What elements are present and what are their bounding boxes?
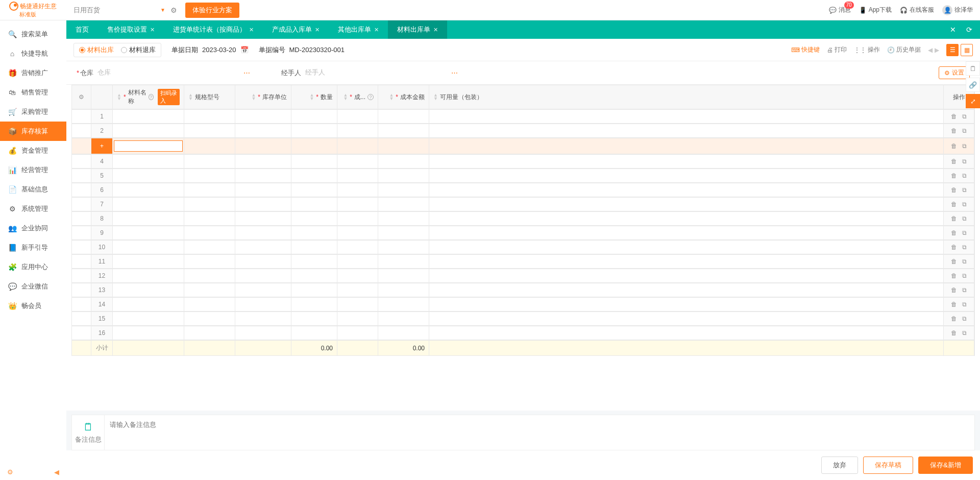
delete-row-icon[interactable]: 🗑 <box>951 301 957 308</box>
cell-material[interactable] <box>113 269 184 283</box>
col-cost-amt[interactable]: ▲▼*成本金额 <box>378 85 429 109</box>
help-icon[interactable]: ? <box>368 94 374 100</box>
copy-row-icon[interactable]: ⧉ <box>962 286 967 294</box>
cell-material[interactable] <box>113 226 184 240</box>
history-button[interactable]: 🕘 历史单据 <box>887 45 921 54</box>
cell-available[interactable] <box>429 241 944 254</box>
col-material[interactable]: ▲▼ *材料名称 ? 扫码录入 <box>113 85 184 109</box>
delete-row-icon[interactable]: 🗑 <box>951 172 957 179</box>
cell-cost-amt[interactable] <box>378 155 429 169</box>
radio-material-back[interactable]: 材料退库 <box>121 45 156 55</box>
copy-row-icon[interactable]: ⧉ <box>962 172 967 179</box>
cell-cost[interactable] <box>337 155 378 169</box>
cell-qty[interactable] <box>291 169 337 183</box>
support-button[interactable]: 🎧 在线客服 <box>900 6 934 14</box>
cell-cost-amt[interactable] <box>378 298 429 311</box>
cta-button[interactable]: 体验行业方案 <box>185 3 239 18</box>
cell-unit[interactable] <box>235 283 291 297</box>
cell-unit[interactable] <box>235 124 291 138</box>
cell-cost-amt[interactable] <box>378 198 429 211</box>
cell-unit[interactable] <box>235 212 291 226</box>
cell-qty[interactable] <box>291 110 337 124</box>
cell-cost-amt[interactable] <box>378 183 429 197</box>
app-download[interactable]: 📱 App下载 <box>859 6 892 14</box>
copy-row-icon[interactable]: ⧉ <box>962 229 967 236</box>
prev-icon[interactable]: ◀ <box>928 46 933 54</box>
cell-material[interactable] <box>113 326 184 340</box>
cell-available[interactable] <box>429 269 944 283</box>
cell-available[interactable] <box>429 124 944 138</box>
radio-material-out[interactable]: 材料出库 <box>79 45 114 55</box>
cell-spec[interactable] <box>184 326 235 340</box>
cell-qty[interactable] <box>291 183 337 197</box>
cell-qty[interactable] <box>291 283 337 297</box>
cell-qty[interactable] <box>291 138 337 154</box>
cell-cost[interactable] <box>337 241 378 254</box>
cell-unit[interactable] <box>235 241 291 254</box>
sidebar-item[interactable]: 🛒采购管理 <box>0 102 66 122</box>
tab[interactable]: 材料出库单✕ <box>388 20 447 39</box>
close-icon[interactable]: ✕ <box>374 27 379 33</box>
sidebar-settings-icon[interactable]: ⚙ <box>7 468 13 476</box>
close-icon[interactable]: ✕ <box>315 27 320 33</box>
sidebar-item[interactable]: 👥企业协同 <box>0 219 66 238</box>
cell-available[interactable] <box>429 255 944 269</box>
copy-row-icon[interactable]: ⧉ <box>962 315 967 322</box>
cell-cost-amt[interactable] <box>378 169 429 183</box>
cell-unit[interactable] <box>235 326 291 340</box>
copy-row-icon[interactable]: ⧉ <box>962 127 967 134</box>
cell-spec[interactable] <box>184 138 235 154</box>
close-icon[interactable]: ✕ <box>150 27 155 33</box>
cell-available[interactable] <box>429 169 944 183</box>
sidebar-item[interactable]: 👑畅会员 <box>0 296 66 316</box>
more-icon[interactable]: ⋯ <box>451 69 458 77</box>
delete-row-icon[interactable]: 🗑 <box>951 158 957 165</box>
cell-material[interactable] <box>113 298 184 311</box>
cell-qty[interactable] <box>291 155 337 169</box>
cell-cost-amt[interactable] <box>378 255 429 269</box>
copy-row-icon[interactable]: ⧉ <box>962 301 967 308</box>
cell-material[interactable] <box>113 198 184 211</box>
material-cell-input[interactable] <box>114 140 183 152</box>
cell-unit[interactable] <box>235 269 291 283</box>
copy-row-icon[interactable]: ⧉ <box>962 272 967 279</box>
cell-cost[interactable] <box>337 110 378 124</box>
tab[interactable]: 进货单统计表（按商品）✕ <box>164 20 263 39</box>
cell-unit[interactable] <box>235 198 291 211</box>
sidebar-item[interactable]: 💬企业微信 <box>0 277 66 296</box>
cell-spec[interactable] <box>184 198 235 211</box>
close-icon[interactable]: ✕ <box>433 27 438 33</box>
copy-row-icon[interactable]: ⧉ <box>962 201 967 208</box>
delete-row-icon[interactable]: 🗑 <box>951 142 957 150</box>
delete-row-icon[interactable]: 🗑 <box>951 272 957 279</box>
cell-cost-amt[interactable] <box>378 283 429 297</box>
shortcut-button[interactable]: ⌨ 快捷键 <box>791 45 820 54</box>
cell-unit[interactable] <box>235 226 291 240</box>
sidebar-item[interactable]: 📘新手引导 <box>0 238 66 257</box>
cell-qty[interactable] <box>291 124 337 138</box>
cell-cost-amt[interactable] <box>378 326 429 340</box>
cell-spec[interactable] <box>184 298 235 311</box>
copy-row-icon[interactable]: ⧉ <box>962 329 967 337</box>
cell-available[interactable] <box>429 283 944 297</box>
next-icon[interactable]: ▶ <box>935 46 939 54</box>
copy-row-icon[interactable]: ⧉ <box>962 215 967 222</box>
cell-unit[interactable] <box>235 255 291 269</box>
cell-cost-amt[interactable] <box>378 269 429 283</box>
cell-spec[interactable] <box>184 212 235 226</box>
copy-row-icon[interactable]: ⧉ <box>962 244 967 251</box>
delete-row-icon[interactable]: 🗑 <box>951 215 957 222</box>
sidebar-item[interactable]: ⚙系统管理 <box>0 199 66 219</box>
cell-material[interactable] <box>113 110 184 124</box>
copy-row-icon[interactable]: ⧉ <box>962 113 967 120</box>
delete-row-icon[interactable]: 🗑 <box>951 286 957 294</box>
cell-unit[interactable] <box>235 169 291 183</box>
discard-button[interactable]: 放弃 <box>821 457 858 474</box>
cell-material[interactable] <box>113 155 184 169</box>
cell-cost[interactable] <box>337 298 378 311</box>
col-qty[interactable]: ▲▼*数量 <box>291 85 337 109</box>
rail-expand-icon[interactable]: ⤢ <box>966 94 980 108</box>
cell-spec[interactable] <box>184 183 235 197</box>
cell-available[interactable] <box>429 312 944 326</box>
cell-cost[interactable] <box>337 269 378 283</box>
